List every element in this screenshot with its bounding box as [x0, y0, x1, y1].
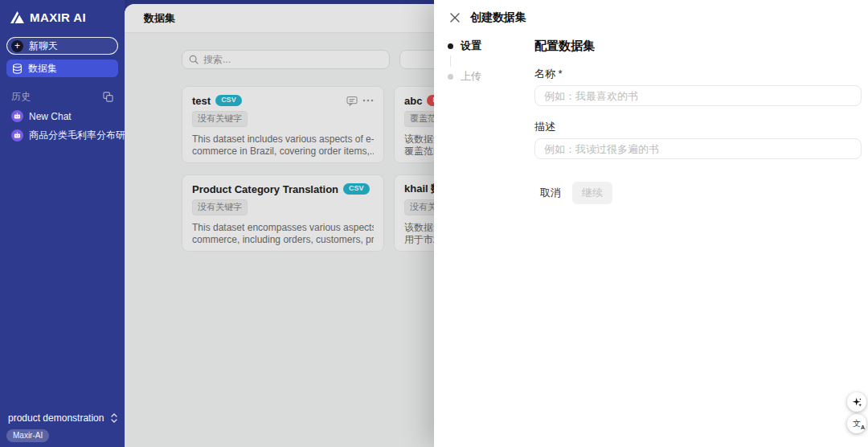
history-item-label: 商品分类毛利率分布研究: [29, 129, 125, 142]
translate-fab[interactable]: 文A: [847, 414, 866, 433]
ai-assistant-fab[interactable]: [847, 392, 866, 412]
form-footer: 取消 继续: [534, 182, 862, 204]
create-dataset-drawer: 创建数据集 设置 上传 配置数据集 名称 * 描述 取消 继续: [434, 0, 868, 447]
bot-icon: [11, 129, 23, 141]
drawer-header: 创建数据集: [434, 0, 868, 27]
drawer-title: 创建数据集: [470, 10, 526, 25]
bot-icon: [11, 110, 23, 122]
step-label: 上传: [461, 69, 481, 84]
chevron-updown-icon: [110, 412, 118, 424]
sidebar-item-datasets[interactable]: 数据集: [6, 59, 118, 77]
name-field[interactable]: [534, 85, 862, 106]
name-label: 名称 *: [534, 68, 862, 80]
step-dot: [448, 74, 453, 80]
wizard-stepper: 设置 上传: [448, 39, 481, 84]
workspace-selector[interactable]: product demonstration: [6, 411, 120, 425]
sidebar-footer: product demonstration Maxir-AI: [6, 411, 120, 442]
database-icon: [12, 64, 23, 74]
step-label: 设置: [461, 39, 481, 53]
close-icon[interactable]: [450, 13, 460, 23]
plus-icon: +: [11, 40, 23, 52]
brand-name: MAXIR AI: [30, 10, 86, 24]
step-connector: [450, 55, 451, 67]
brand: MAXIR AI: [0, 0, 125, 29]
form-heading: 配置数据集: [534, 39, 862, 53]
workspace-badge: Maxir-AI: [6, 429, 49, 442]
step-dot: [448, 43, 453, 49]
history-item-research[interactable]: 商品分类毛利率分布研究: [0, 125, 125, 146]
workspace-name: product demonstration: [8, 412, 104, 424]
configure-dataset-form: 配置数据集 名称 * 描述 取消 继续: [534, 39, 862, 204]
new-chat-button[interactable]: + 新聊天: [6, 37, 118, 55]
step-upload[interactable]: 上传: [448, 69, 481, 84]
maxir-logo-icon: [10, 11, 24, 23]
history-label: 历史: [11, 90, 31, 104]
history-header: 历史: [11, 90, 113, 104]
translate-icon: 文A: [853, 420, 861, 428]
sparkle-icon: [852, 397, 862, 408]
app-root: MAXIR AI + 新聊天 数据集 历史 New Chat: [0, 0, 868, 447]
datasets-label: 数据集: [28, 62, 57, 76]
history-manage-icon[interactable]: [103, 92, 113, 102]
description-field[interactable]: [534, 138, 862, 159]
new-chat-label: 新聊天: [29, 39, 58, 53]
history-item-label: New Chat: [29, 111, 72, 122]
cancel-button[interactable]: 取消: [540, 186, 561, 200]
history-item-new-chat[interactable]: New Chat: [0, 107, 125, 125]
description-label: 描述: [534, 121, 862, 133]
sidebar: MAXIR AI + 新聊天 数据集 历史 New Chat: [0, 0, 125, 447]
step-settings[interactable]: 设置: [448, 39, 481, 53]
continue-button[interactable]: 继续: [572, 182, 612, 204]
